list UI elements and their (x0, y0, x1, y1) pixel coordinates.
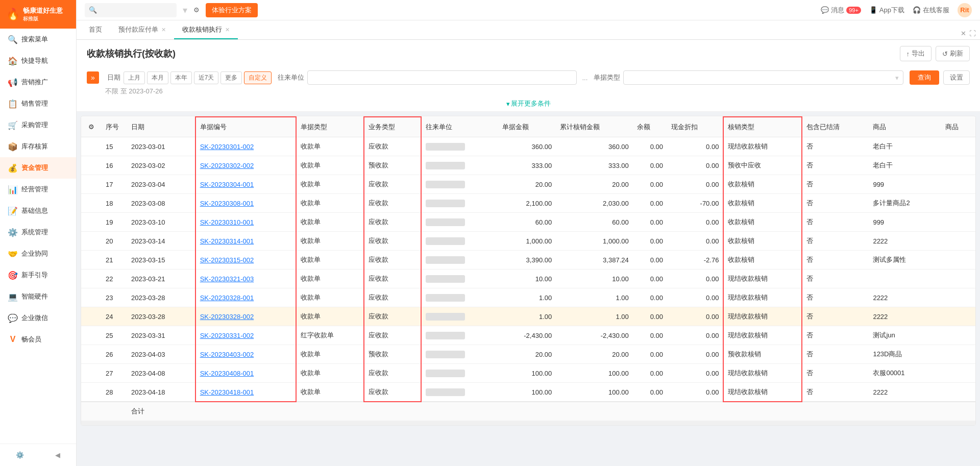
sidebar-item-member[interactable]: V 畅会员 (0, 329, 76, 350)
cell-settled: 否 (802, 156, 869, 175)
tab-close-all-icon[interactable]: ✕ (961, 30, 966, 37)
expand-more-btn[interactable]: ▾ 展开更多条件 (506, 99, 551, 108)
sidebar-item-biz[interactable]: 📊 经营管理 (0, 179, 76, 200)
docno-link[interactable]: SK-20230301-002 (200, 143, 254, 151)
docno-link[interactable]: SK-20230328-002 (200, 313, 254, 321)
sidebar-item-fund[interactable]: 💰 资金管理 (0, 157, 76, 179)
cell-balance: 0.00 (633, 345, 667, 364)
sidebar-item-purchase[interactable]: 🛒 采购管理 (0, 114, 76, 136)
sidebar-item-inventory[interactable]: 📦 库存核算 (0, 136, 76, 157)
date-btn-thisyear[interactable]: 本年 (170, 71, 192, 84)
date-btn-lastmonth[interactable]: 上月 (124, 71, 145, 84)
cell-biztype: 应收款 (364, 232, 421, 251)
member-icon: V (8, 335, 17, 344)
docno-link[interactable]: SK-20230418-001 (200, 388, 254, 396)
cell-docno: SK-20230301-002 (195, 137, 297, 156)
sidebar-item-marketing[interactable]: 📢 营销推广 (0, 71, 76, 93)
export-button[interactable]: ↑ 导出 (900, 46, 932, 61)
sidebar-item-enterprise[interactable]: 🤝 企业协同 (0, 243, 76, 264)
cell-settled: 否 (802, 269, 869, 288)
date-btn-thismonth[interactable]: 本月 (147, 71, 168, 84)
cell-num: 25 (102, 326, 127, 345)
date-btn-custom[interactable]: 自定义 (244, 71, 272, 84)
docno-link[interactable]: SK-20230321-003 (200, 275, 254, 283)
tab-prepay[interactable]: 预付款应付单 ✕ (110, 21, 174, 39)
sidebar-item-hardware[interactable]: 💻 智能硬件 (0, 286, 76, 307)
cell-num: 28 (102, 383, 127, 402)
docno-link[interactable]: SK-20230403-002 (200, 351, 254, 358)
online-service-btn[interactable]: 🎧 在线客服 (913, 6, 949, 15)
date-btn-more[interactable]: 更多 (220, 71, 242, 84)
tab-expand-icon[interactable]: ⛶ (969, 30, 976, 37)
collapse-icon[interactable]: ◀ (52, 448, 63, 462)
filter-settings-button[interactable]: 设置 (943, 70, 970, 85)
docno-link[interactable]: SK-20230315-002 (200, 256, 254, 264)
cell-num: 23 (102, 288, 127, 307)
sidebar-item-search[interactable]: 🔍 搜索菜单 (0, 29, 76, 50)
message-badge: 99+ (846, 7, 861, 14)
tab-writeoff-close[interactable]: ✕ (225, 27, 230, 33)
cell-doctype: 收款单 (296, 194, 364, 213)
date-label: 日期 (107, 73, 120, 82)
docno-link[interactable]: SK-20230304-001 (200, 181, 254, 188)
logo: 🔥 畅康道好生意 标推版 (0, 0, 76, 29)
docno-link[interactable]: SK-20230302-002 (200, 162, 254, 169)
cell-partner: ████ (421, 137, 498, 156)
docno-link[interactable]: SK-20230314-001 (200, 237, 254, 245)
table-row: 18 2023-03-08 SK-20230308-001 收款单 应收款 ██… (81, 194, 975, 213)
cell-amount: 100.00 (498, 364, 556, 383)
cell-settled: 否 (802, 364, 869, 383)
docno-link[interactable]: SK-20230308-001 (200, 200, 254, 207)
partner-dots[interactable]: ... (582, 74, 587, 82)
solution-button[interactable]: 体验行业方案 (206, 3, 258, 17)
refresh-button[interactable]: ↺ 刷新 (936, 46, 970, 61)
filter-expand-toggle[interactable]: » (87, 71, 99, 84)
tab-prepay-label: 预付款应付单 (118, 25, 158, 34)
cell-doctype: 收款单 (296, 288, 364, 307)
cell-settled: 否 (802, 175, 869, 194)
sidebar-item-guide[interactable]: 🎯 新手引导 (0, 264, 76, 286)
message-area[interactable]: 💬 消息 99+ (821, 6, 861, 15)
cell-goods2 (941, 194, 975, 213)
cell-discount: 0.00 (667, 232, 723, 251)
gear-button[interactable]: ⚙ (193, 6, 200, 14)
cell-cumulative: 3,387.24 (556, 251, 633, 269)
tab-writeoff[interactable]: 收款核销执行 ✕ (174, 21, 238, 39)
col-canceltype-header: 核销类型 (723, 117, 802, 137)
table-settings-icon[interactable]: ⚙ (88, 123, 94, 131)
sidebar-item-quick[interactable]: 🏠 快捷导航 (0, 50, 76, 71)
partner-input[interactable] (307, 70, 577, 85)
cell-biztype: 应收款 (364, 288, 421, 307)
docno-link[interactable]: SK-20230408-001 (200, 370, 254, 377)
docno-link[interactable]: SK-20230331-002 (200, 332, 254, 339)
sidebar-item-wechat[interactable]: 💬 企业微信 (0, 307, 76, 329)
sidebar-item-basic[interactable]: 📝 基础信息 (0, 200, 76, 222)
cell-discount: 0.00 (667, 364, 723, 383)
tab-home[interactable]: 首页 (81, 21, 110, 39)
cell-settled: 否 (802, 213, 869, 232)
cell-canceltype: 收款核销 (723, 251, 802, 269)
cell-goods: 2222 (869, 288, 941, 307)
app-download-btn[interactable]: 📱 App下载 (869, 6, 904, 15)
docno-link[interactable]: SK-20230310-001 (200, 218, 254, 226)
cell-doctype: 收款单 (296, 175, 364, 194)
sidebar-item-sales[interactable]: 📋 销售管理 (0, 93, 76, 114)
settings-bottom-icon[interactable]: ⚙️ (13, 448, 27, 462)
cell-balance: 0.00 (633, 326, 667, 345)
cell-discount: -70.00 (667, 194, 723, 213)
cell-canceltype: 现结收款核销 (723, 137, 802, 156)
cell-biztype: 预收款 (364, 156, 421, 175)
cell-goods: 衣服00001 (869, 364, 941, 383)
cell-goods: 测试jun (869, 326, 941, 345)
sidebar-item-system[interactable]: ⚙️ 系统管理 (0, 222, 76, 243)
docno-link[interactable]: SK-20230328-001 (200, 294, 254, 302)
date-btn-7days[interactable]: 近7天 (194, 71, 219, 84)
user-avatar[interactable]: Rit (958, 3, 972, 17)
col-balance: 余额 (633, 117, 667, 137)
table-scrollbar[interactable] (81, 421, 975, 425)
cell-amount: 1.00 (498, 307, 556, 326)
col-settled: 包含已结清 (802, 117, 869, 137)
table-row: 28 2023-04-18 SK-20230418-001 收款单 应收款 ██… (81, 383, 975, 402)
tab-prepay-close[interactable]: ✕ (161, 27, 166, 33)
query-button[interactable]: 查询 (910, 70, 939, 85)
